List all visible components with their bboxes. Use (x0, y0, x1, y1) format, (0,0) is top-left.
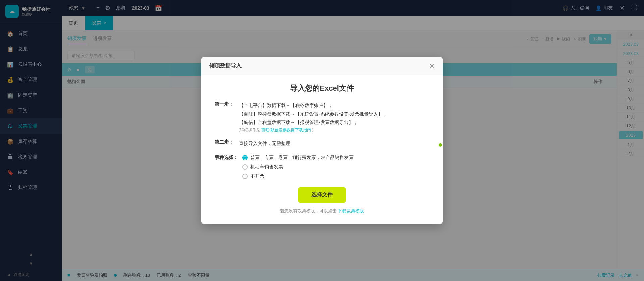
radio-group: 普票，专票，卷票，通行费发票，农产品销售发票 机动车销售发票 (242, 155, 354, 179)
step2-label: 第二步： (215, 139, 235, 145)
tooltip-dot (438, 143, 443, 147)
guide-link[interactable]: 百旺/航信发票数据下载指南 (261, 128, 311, 132)
tooltip-container: × 现在支持的票种多了，导入发票时别忘了选择正确的发票类型呀！ (438, 131, 443, 159)
modal-close-btn[interactable]: ✕ (429, 63, 435, 69)
step1-hint: (详细操作见 百旺/航信发票数据下载指南 ) (239, 127, 387, 134)
modal-body: 导入您的Excel文件 第一步： 【全电平台】数据下载→【税务数字账户】； 【百… (201, 75, 443, 224)
step2-content: 直接导入文件，无需整理 (239, 139, 290, 148)
ticket-selection: 票种选择： 普票，专票，卷票，通行费发票，农产品销售发票 (215, 155, 429, 179)
radio-circle-3 (242, 174, 248, 179)
download-hint: 若您没有发票模版，可以点击 下载发票模版 (215, 208, 429, 214)
step1-line3: 【航信】金税盘数据下载→【报税管理-发票数据导出】； (239, 118, 387, 127)
radio-item-1[interactable]: 普票，专票，卷票，通行费发票，农产品销售发票 (242, 155, 354, 161)
radio-item-3[interactable]: 不开票 (242, 173, 354, 179)
step1-line1: 【全电平台】数据下载→【税务数字账户】； (239, 101, 387, 110)
step1-content: 【全电平台】数据下载→【税务数字账户】； 【百旺】税控盘数据下载→【系统设置-系… (239, 101, 387, 134)
step2-row: 第二步： 直接导入文件，无需整理 (215, 139, 429, 148)
ticket-label: 票种选择： (215, 155, 238, 161)
radio-item-2[interactable]: 机动车销售发票 (242, 164, 354, 170)
modal-overlay: 销项数据导入 ✕ 导入您的Excel文件 第一步： 【全电平台】数据下载→【税务… (62, 30, 644, 269)
radio-circle-2 (242, 164, 248, 170)
main-content: 你您 ▼ + ⚙ 账期 2023-03 📅 🎧 人工咨询 👤 用友 ✕ (62, 0, 644, 281)
download-template-link[interactable]: 下载发票模版 (338, 208, 364, 213)
radio-label-1: 普票，专票，卷票，通行费发票，农产品销售发票 (250, 155, 354, 161)
step1-row: 第一步： 【全电平台】数据下载→【税务数字账户】； 【百旺】税控盘数据下载→【系… (215, 101, 429, 134)
step1-line2: 【百旺】税控盘数据下载→【系统设置-系统参数设置-发票批量导入】； (239, 110, 387, 118)
modal-header: 销项数据导入 ✕ (201, 57, 443, 75)
step1-label: 第一步： (215, 101, 235, 107)
radio-label-2: 机动车销售发票 (250, 164, 283, 170)
radio-circle-1 (242, 155, 248, 160)
content-area: 销项发票 进项发票 ✓ 凭证 + 新增 ▶ 视频 ↻ 刷新 账期 ▼ (62, 30, 644, 269)
select-file-button[interactable]: 选择文件 (298, 187, 346, 203)
radio-label-3: 不开票 (250, 173, 264, 179)
import-title: 导入您的Excel文件 (215, 83, 429, 93)
modal-title: 销项数据导入 (209, 62, 241, 69)
import-modal: 销项数据导入 ✕ 导入您的Excel文件 第一步： 【全电平台】数据下载→【税务… (201, 57, 443, 224)
